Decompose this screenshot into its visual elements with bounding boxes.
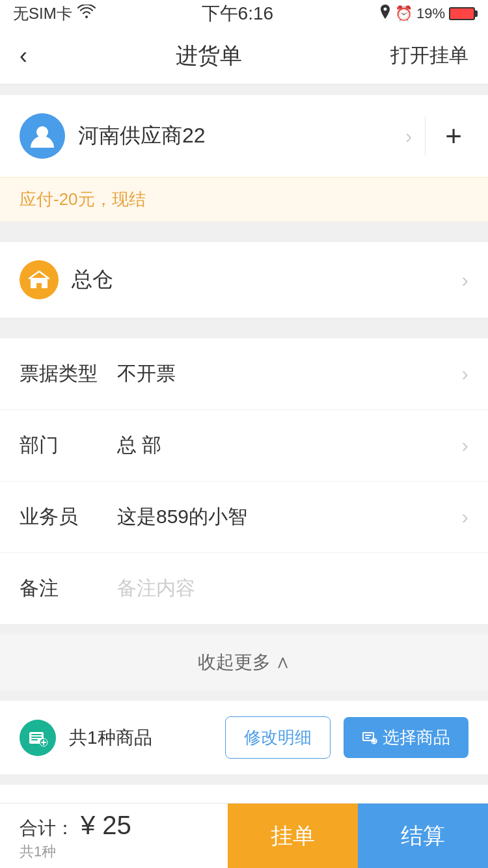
warehouse-section: 总仓 ›: [0, 242, 488, 318]
department-row[interactable]: 部门 总 部 ›: [0, 410, 488, 481]
products-count: 共1种商品: [69, 726, 212, 750]
page-title: 进货单: [176, 41, 242, 71]
warehouse-icon: [20, 260, 59, 299]
department-chevron-icon: ›: [461, 433, 468, 457]
time-label: 下午6:16: [202, 1, 274, 26]
checkout-button[interactable]: 结算: [358, 804, 488, 869]
bottom-bar: 合计： ¥ 25 共1种 挂单 结算: [0, 803, 488, 868]
carrier-label: 无SIM卡: [13, 3, 72, 24]
select-product-button[interactable]: 选择商品: [344, 717, 468, 758]
alarm-icon: ⏰: [395, 5, 413, 22]
salesperson-label: 业务员: [20, 504, 98, 530]
nav-bar: ‹ 进货单 打开挂单: [0, 27, 488, 85]
warehouse-chevron-icon: ›: [461, 268, 468, 292]
supplier-section: 河南供应商22 › + 应付-20元，现结: [0, 95, 488, 221]
hold-button[interactable]: 挂单: [228, 804, 358, 869]
open-hold-button[interactable]: 打开挂单: [390, 42, 468, 69]
invoice-type-chevron-icon: ›: [461, 362, 468, 386]
invoice-type-label: 票据类型: [20, 360, 98, 387]
products-header: 共1种商品 修改明细 选择商品: [0, 701, 488, 774]
battery-percent: 19%: [416, 5, 445, 22]
collapse-button[interactable]: 收起更多 ∧: [0, 634, 488, 690]
remark-label: 备注: [20, 575, 98, 602]
invoice-type-value: 不开票: [117, 360, 455, 387]
warehouse-name: 总仓: [72, 265, 455, 294]
total-amount: ¥ 25: [81, 811, 131, 840]
warehouse-row[interactable]: 总仓 ›: [0, 242, 488, 318]
department-value: 总 部: [117, 432, 455, 459]
battery-icon: [449, 7, 475, 20]
department-label: 部门: [20, 432, 98, 459]
remark-row[interactable]: 备注 备注内容: [0, 553, 488, 624]
total-section: 合计： ¥ 25 共1种: [0, 811, 228, 861]
invoice-type-row[interactable]: 票据类型 不开票 ›: [0, 338, 488, 410]
location-icon: [379, 5, 391, 23]
wifi-icon: [77, 5, 96, 23]
status-bar: 无SIM卡 下午6:16 ⏰ 19%: [0, 0, 488, 27]
products-section: 共1种商品 修改明细 选择商品: [0, 701, 488, 774]
salesperson-row[interactable]: 业务员 这是859的小智 ›: [0, 481, 488, 553]
total-sub: 共1种: [20, 842, 208, 861]
salesperson-value: 这是859的小智: [117, 504, 455, 530]
select-product-label: 选择商品: [383, 726, 450, 749]
svg-rect-2: [36, 283, 42, 288]
supplier-divider: [425, 116, 426, 156]
supplier-name: 河南供应商22: [78, 122, 399, 150]
status-right: ⏰ 19%: [379, 5, 475, 23]
total-label: 合计： ¥ 25: [20, 811, 208, 841]
edit-detail-button[interactable]: 修改明细: [225, 716, 331, 759]
remark-value[interactable]: 备注内容: [117, 575, 468, 602]
form-section: 票据类型 不开票 › 部门 总 部 › 业务员 这是859的小智 › 备注 备注…: [0, 338, 488, 624]
supplier-row[interactable]: 河南供应商22 › +: [0, 95, 488, 177]
add-supplier-button[interactable]: +: [439, 120, 468, 152]
status-left: 无SIM卡: [13, 3, 96, 24]
products-icon: [20, 720, 56, 756]
notice-bar: 应付-20元，现结: [0, 177, 488, 221]
supplier-chevron-icon: ›: [405, 124, 413, 148]
back-button[interactable]: ‹: [20, 42, 27, 70]
salesperson-chevron-icon: ›: [461, 505, 468, 529]
supplier-avatar: [20, 113, 65, 159]
